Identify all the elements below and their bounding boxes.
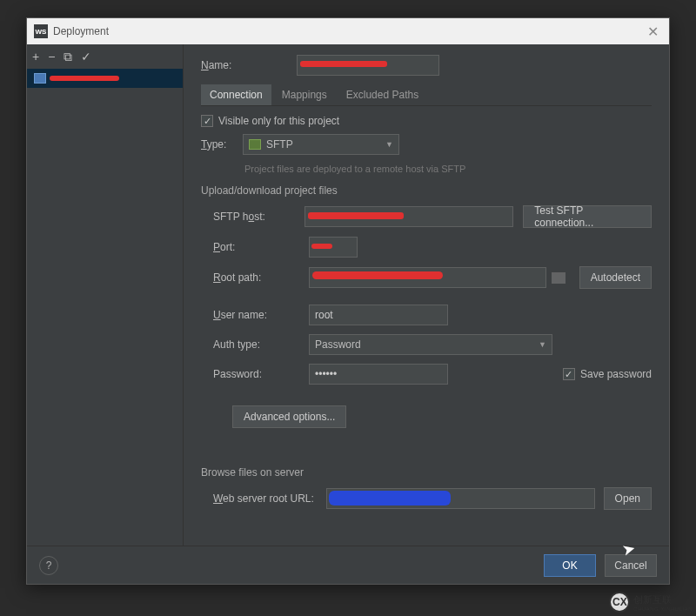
save-password-label: Save password bbox=[580, 368, 652, 380]
type-value: SFTP bbox=[266, 138, 293, 151]
test-connection-button[interactable]: Test SFTP connection... bbox=[523, 205, 652, 228]
tabs: Connection Mappings Excluded Paths bbox=[201, 84, 652, 106]
chevron-down-icon: ▼ bbox=[385, 140, 393, 149]
close-icon[interactable]: ✕ bbox=[644, 23, 662, 40]
port-label: Port: bbox=[213, 241, 309, 253]
name-label: Name: bbox=[201, 59, 297, 71]
tab-excluded-paths[interactable]: Excluded Paths bbox=[338, 84, 427, 105]
copy-icon[interactable]: ⧉ bbox=[64, 50, 72, 64]
dialog-footer: ? OK Cancel bbox=[27, 546, 669, 584]
window-title: Deployment bbox=[53, 25, 644, 37]
web-url-label: Web server root URL: bbox=[213, 492, 326, 505]
watermark: CX 创新互联 CHUANG XINHULIAN bbox=[609, 592, 693, 613]
browse-folder-icon[interactable] bbox=[552, 272, 566, 284]
server-list-item[interactable] bbox=[27, 69, 183, 88]
browse-section-title: Browse files on server bbox=[201, 466, 652, 479]
sftp-host-input[interactable] bbox=[304, 206, 512, 227]
type-select[interactable]: SFTP ▼ bbox=[243, 134, 399, 155]
host-label: SFTP host: bbox=[213, 211, 304, 223]
watermark-logo-icon: CX bbox=[609, 592, 630, 613]
cancel-button[interactable]: Cancel bbox=[605, 554, 657, 577]
root-path-input[interactable] bbox=[309, 267, 546, 288]
deployment-dialog: WS Deployment ✕ + − ⧉ ✓ Name: bbox=[26, 17, 670, 585]
type-label: Type: bbox=[201, 138, 243, 151]
username-label: User name: bbox=[213, 309, 309, 321]
dialog-content: + − ⧉ ✓ Name: bbox=[27, 44, 669, 546]
save-password-checkbox[interactable] bbox=[563, 368, 575, 380]
confirm-icon[interactable]: ✓ bbox=[81, 50, 91, 64]
auth-type-label: Auth type: bbox=[213, 338, 309, 351]
server-label bbox=[51, 72, 92, 84]
remove-icon[interactable]: − bbox=[48, 50, 55, 64]
username-input[interactable] bbox=[309, 305, 448, 325]
watermark-text: 创新互联 bbox=[633, 593, 693, 606]
visible-only-label: Visible only for this project bbox=[218, 115, 339, 127]
tab-connection[interactable]: Connection bbox=[201, 84, 271, 105]
autodetect-button[interactable]: Autodetect bbox=[579, 266, 652, 289]
advanced-options-button[interactable]: Advanced options... bbox=[232, 405, 346, 428]
type-hint: Project files are deployed to a remote h… bbox=[244, 164, 652, 174]
name-input[interactable] bbox=[297, 55, 439, 76]
titlebar: WS Deployment ✕ bbox=[27, 18, 669, 44]
tab-mappings[interactable]: Mappings bbox=[273, 84, 336, 105]
add-icon[interactable]: + bbox=[32, 50, 39, 64]
ok-button[interactable]: OK bbox=[544, 554, 596, 577]
sidebar: + − ⧉ ✓ bbox=[27, 44, 184, 546]
upload-section-title: Upload/download project files bbox=[201, 184, 652, 197]
sftp-icon bbox=[249, 139, 261, 150]
sidebar-toolbar: + − ⧉ ✓ bbox=[27, 44, 183, 69]
password-input[interactable] bbox=[309, 364, 448, 385]
root-path-label: Root path: bbox=[213, 271, 309, 284]
password-label: Password: bbox=[213, 368, 309, 380]
web-url-input[interactable] bbox=[326, 488, 595, 509]
port-input[interactable] bbox=[309, 237, 358, 258]
host-icon bbox=[34, 73, 46, 84]
open-button[interactable]: Open bbox=[604, 487, 652, 510]
visible-only-checkbox[interactable] bbox=[201, 115, 213, 127]
help-button[interactable]: ? bbox=[39, 556, 58, 575]
auth-type-value: Password bbox=[315, 338, 361, 351]
auth-type-select[interactable]: Password ▼ bbox=[309, 334, 552, 355]
chevron-down-icon: ▼ bbox=[539, 340, 546, 349]
app-icon: WS bbox=[34, 24, 48, 38]
watermark-subtext: CHUANG XINHULIAN bbox=[633, 606, 693, 612]
main-panel: Name: Connection Mappings Excluded Paths… bbox=[184, 44, 669, 546]
